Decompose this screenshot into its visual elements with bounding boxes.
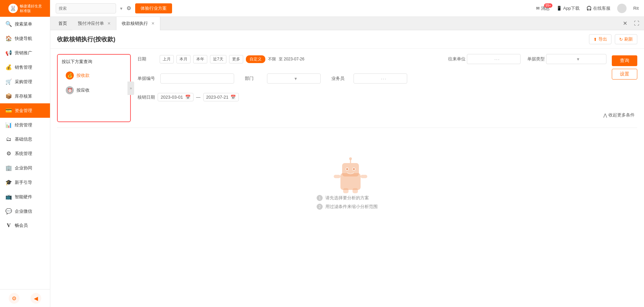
app-icon: 📱 [556,6,562,11]
calendar-start-icon: 📅 [185,95,191,100]
logo-icon: 🐰 [8,4,18,13]
counterpart-select[interactable]: ··· [467,54,521,64]
service-icon: 🎧 [586,6,592,11]
logo-text: 畅捷通好生意 标准版 [20,4,42,13]
tab-prepay-close-icon[interactable]: ✕ [107,21,111,26]
sidebar-item-member[interactable]: V 畅会员 [0,218,50,233]
sidebar-item-sales[interactable]: 💰 销售管理 [0,60,50,74]
sidebar-item-enterprise[interactable]: 🏢 企业协同 [0,161,50,175]
system-icon: ⚙ [5,150,12,157]
sidebar-item-search[interactable]: 🔍 搜索菜单 [0,17,50,31]
filter-receivable-icon: ⏰ [66,86,74,94]
date-this-month-btn[interactable]: 本月 [176,55,191,63]
sidebar-item-purchase[interactable]: 🛒 采购管理 [0,74,50,89]
close-tab-icon[interactable]: ✕ [621,20,629,27]
counterpart-label: 往来单位 [448,56,466,62]
export-button[interactable]: ⬆ 导出 [589,34,611,44]
tip-num-1: 1 [317,195,323,201]
sidebar-item-inventory[interactable]: 📦 库存核算 [0,89,50,103]
empty-tip-1: 1 请先选择要分析的方案 [317,195,378,201]
dept-chevron-icon: ▾ [294,76,318,81]
filter-date-row: 日期 上月 本月 本年 近7天 更多 自定义 不限 至 2023-07-26 [138,54,606,64]
dept-select[interactable]: ▾ [267,73,321,84]
verify-date-end-value: 2023-07-21 [206,95,229,100]
basic-icon: 🗂 [5,136,12,142]
sidebar-item-quicknav[interactable]: 🏠 快捷导航 [0,31,50,46]
filter-option-by-receipt[interactable]: 💰 按收款 [62,69,126,82]
date-last-7-btn[interactable]: 近7天 [210,55,226,63]
refresh-icon: ↻ [619,37,623,42]
svg-rect-10 [343,188,348,193]
sidebar-item-system[interactable]: ⚙ 系统管理 [0,146,50,161]
settings-button[interactable]: 设置 [612,69,637,80]
export-icon: ⬆ [593,37,597,42]
query-button[interactable]: 查询 [612,55,637,66]
date-label: 日期 [138,56,154,62]
filter-collapse-btn[interactable]: » [127,82,134,95]
sidebar-item-operations[interactable]: 📊 经营管理 [0,118,50,132]
sidebar-item-guide[interactable]: 🎓 新手引导 [0,175,50,190]
counterpart-dots-icon[interactable]: ··· [494,57,518,62]
topbar-gear-icon[interactable]: ⚙ [126,5,131,11]
refresh-button[interactable]: ↻ 刷新 [615,34,637,44]
app-download-button[interactable]: 📱 App下载 [556,5,580,11]
purchase-icon: 🛒 [5,79,12,85]
sidebar-item-marketing[interactable]: 📢 营销推广 [0,46,50,60]
main-area: ▾ ⚙ 体验行业方案 ✉ 消息 99+ 📱 App下载 🎧 在线客服 Rit 首… [50,0,644,307]
sidebar-nav: 🔍 搜索菜单 🏠 快捷导航 📢 营销推广 💰 销售管理 🛒 采购管理 📦 库存核… [0,17,50,289]
staff-select[interactable]: ··· [354,73,407,84]
hardware-icon: 📺 [5,194,12,200]
date-last-month-btn[interactable]: 上月 [160,55,174,63]
sidebar-item-basic[interactable]: 🗂 基础信息 [0,132,50,146]
collapse-sidebar-btn[interactable]: ◀ [31,293,41,304]
expand-icon[interactable]: ⛶ [632,20,641,27]
svg-point-7 [349,157,352,160]
date-this-year-btn[interactable]: 本年 [193,55,207,63]
online-service-button[interactable]: 🎧 在线客服 [586,5,610,11]
collapse-more-btn[interactable]: ⋀ 收起更多条件 [601,111,637,119]
sidebar-item-funds[interactable]: 💳 资金管理 [0,103,50,118]
staff-dots-icon[interactable]: ··· [381,76,404,81]
empty-robot-svg [330,155,371,195]
svg-point-5 [353,168,355,170]
tab-receivable-close-icon[interactable]: ✕ [151,21,155,26]
home-icon: 🏠 [5,35,12,42]
member-icon: V [5,222,12,228]
message-button[interactable]: ✉ 消息 99+ [536,5,550,11]
doc-number-input[interactable] [160,73,234,84]
tab-receivable[interactable]: 收款核销执行 ✕ [116,17,160,30]
doc-type-select[interactable]: ▾ [546,54,606,64]
empty-state: 1 请先选择要分析的方案 2 用过滤条件来缩小分析范围 [50,128,644,237]
date-custom-btn[interactable]: 自定义 [246,55,265,63]
tab-home[interactable]: 首页 [53,17,72,30]
marketing-icon: 📢 [5,50,12,56]
date-no-limit-label: 不限 [268,56,276,62]
sidebar-item-hardware[interactable]: 📺 智能硬件 [0,190,50,204]
filter-right-panel: 日期 上月 本月 本年 近7天 更多 自定义 不限 至 2023-07-26 [138,54,637,122]
doc-type-chevron-icon: ▾ [577,56,603,62]
guide-icon: 🎓 [5,179,12,186]
funds-icon: 💳 [5,107,12,114]
filter-docnum-row: 单据编号 部门 ▾ 业务员 ··· [138,73,606,84]
page-inner: 收款核销执行(按收款) ⬆ 导出 ↻ 刷新 按以下方案查询 [50,30,644,307]
message-icon: ✉ [536,6,540,11]
inventory-icon: 📦 [5,93,12,99]
topbar-search-input[interactable] [56,3,116,13]
topbar-chevron-icon[interactable]: ▾ [120,6,122,11]
verify-date-end-input[interactable]: 2023-07-21 📅 [203,93,239,101]
page-header-actions: ⬆ 导出 ↻ 刷新 [589,34,637,44]
sidebar-bottom: ⚙ ◀ [0,289,50,307]
filter-receipt-icon: 💰 [66,71,74,80]
verify-date-start-input[interactable]: 2023-03-01 📅 [158,93,194,101]
settings-bottom-btn[interactable]: ⚙ [9,293,19,304]
doc-number-label: 单据编号 [138,75,155,82]
tab-prepay[interactable]: 预付冲应付单 ✕ [72,17,116,30]
svg-rect-8 [334,175,340,178]
date-more-btn[interactable]: 更多 [229,55,243,63]
sidebar-item-wechat[interactable]: 💬 企业微信 [0,204,50,218]
industry-solution-button[interactable]: 体验行业方案 [135,3,172,13]
filter-option-by-receivable[interactable]: ⏰ 按应收 [62,84,126,97]
page-title: 收款核销执行(按收款) [57,35,115,43]
sidebar: 🐰 畅捷通好生意 标准版 🔍 搜索菜单 🏠 快捷导航 📢 营销推广 💰 销售管理… [0,0,50,307]
date-to-label: 至 2023-07-26 [279,56,305,62]
